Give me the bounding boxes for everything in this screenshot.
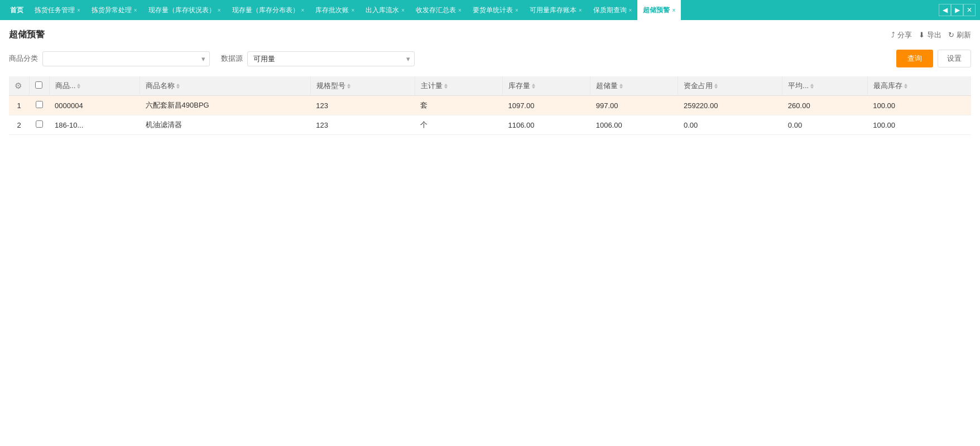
sort-product-name[interactable]: 商品名称 (146, 81, 180, 91)
col-checkbox (29, 76, 49, 96)
row-select-1[interactable] (36, 101, 43, 108)
sort-avg[interactable]: 平均... (788, 81, 814, 91)
sort-inventory[interactable]: 库存量 (508, 81, 535, 91)
nav-batch[interactable]: 库存批次账 × (310, 0, 360, 20)
row-product-name-1: 六配套新昌490BPG (140, 96, 311, 115)
sort-spec[interactable]: 规格型号 (316, 81, 350, 91)
row-avg-2: 0.00 (782, 115, 867, 135)
row-inventory-1: 1097.00 (502, 96, 590, 115)
col-spec[interactable]: 规格型号 (310, 76, 415, 96)
sort-capital[interactable]: 资金占用 (684, 81, 718, 91)
nav-order-stats[interactable]: 要货单统计表 × (467, 0, 524, 20)
sort-unit[interactable]: 主计量 (421, 81, 448, 91)
close-task-mgmt[interactable]: × (77, 7, 80, 13)
table-row: 1 0000004 六配套新昌490BPG 123 套 1097.00 997.… (9, 96, 971, 115)
header-row: ⚙ 商品... 商品名称 (9, 76, 971, 96)
row-checkbox-2 (29, 115, 49, 135)
query-button[interactable]: 查询 (896, 50, 933, 67)
col-capital[interactable]: 资金占用 (678, 76, 782, 96)
page-header: 超储预警 ⤴ 分享 ⬇ 导出 ↻ 刷新 (9, 29, 971, 41)
row-capital-2: 0.00 (678, 115, 782, 135)
category-filter: 商品分类 (9, 51, 210, 66)
export-icon: ⬇ (919, 31, 925, 39)
export-button[interactable]: ⬇ 导出 (919, 30, 941, 40)
nav-inout-flow[interactable]: 出入库流水 × (360, 0, 410, 20)
category-label: 商品分类 (9, 54, 38, 64)
nav-arrows: ◀ ▶ ✕ (939, 4, 976, 16)
header-actions: ⤴ 分享 ⬇ 导出 ↻ 刷新 (891, 30, 971, 40)
col-avg[interactable]: 平均... (782, 76, 867, 96)
refresh-button[interactable]: ↻ 刷新 (948, 30, 971, 40)
page-title: 超储预警 (9, 29, 45, 41)
nav-close-btn[interactable]: ✕ (963, 4, 976, 16)
close-inventory-status[interactable]: × (218, 7, 221, 13)
sort-icon-avg (810, 84, 814, 89)
select-all-checkbox[interactable] (35, 81, 42, 89)
sort-icon-spec (347, 84, 350, 89)
sort-icon-overstock (619, 84, 623, 89)
close-order-stats[interactable]: × (515, 7, 518, 13)
row-checkbox-1 (29, 96, 49, 115)
col-overstock[interactable]: 超储量 (590, 76, 678, 96)
share-button[interactable]: ⤴ 分享 (891, 30, 912, 40)
col-product-code[interactable]: 商品... (49, 76, 140, 96)
gear-icon[interactable]: ⚙ (15, 81, 22, 90)
nav-left-btn[interactable]: ◀ (939, 4, 951, 16)
datasource-select-wrap: 可用量 库存量 (247, 51, 415, 66)
row-inventory-2: 1106.00 (502, 115, 590, 135)
datasource-label: 数据源 (221, 54, 243, 64)
page-content: 超储预警 ⤴ 分享 ⬇ 导出 ↻ 刷新 商品分类 (0, 20, 980, 446)
refresh-icon: ↻ (948, 31, 954, 39)
row-overstock-1: 997.00 (590, 96, 678, 115)
nav-quality[interactable]: 保质期查询 × (588, 0, 638, 20)
settings-button[interactable]: 设置 (938, 50, 971, 67)
nav-exception[interactable]: 拣货异常处理 × (86, 0, 143, 20)
nav-available[interactable]: 可用量库存账本 × (524, 0, 588, 20)
row-num-2: 2 (9, 115, 29, 135)
nav-overstock[interactable]: 超储预警 × (637, 0, 681, 20)
share-icon: ⤴ (891, 31, 895, 39)
row-capital-1: 259220.00 (678, 96, 782, 115)
sort-icon-capital (714, 84, 718, 89)
category-select-wrap (42, 51, 210, 66)
close-batch[interactable]: × (351, 7, 354, 13)
col-unit[interactable]: 主计量 (415, 76, 502, 96)
row-num-1: 1 (9, 96, 29, 115)
col-product-name[interactable]: 商品名称 (140, 76, 311, 96)
close-inventory-dist[interactable]: × (301, 7, 305, 13)
nav-inventory-dist[interactable]: 现存量（库存分布表） × (227, 0, 310, 20)
col-inventory[interactable]: 库存量 (502, 76, 590, 96)
datasource-select[interactable]: 可用量 库存量 (247, 51, 415, 66)
row-product-code-2: 186-10... (49, 115, 140, 135)
sort-overstock[interactable]: 超储量 (596, 81, 623, 91)
row-unit-2: 个 (415, 115, 502, 135)
row-select-2[interactable] (36, 120, 43, 128)
table-header: ⚙ 商品... 商品名称 (9, 76, 971, 96)
close-overstock[interactable]: × (672, 7, 675, 13)
nav-home[interactable]: 首页 (4, 0, 29, 20)
sort-product-code[interactable]: 商品... (55, 81, 81, 91)
close-quality[interactable]: × (629, 7, 632, 13)
nav-inventory-status[interactable]: 现存量（库存状况表） × (143, 0, 227, 20)
filter-row: 商品分类 数据源 可用量 库存量 查询 设置 (9, 50, 971, 67)
close-inout-flow[interactable]: × (401, 7, 405, 13)
top-navigation: 首页 拣货任务管理 × 拣货异常处理 × 现存量（库存状况表） × 现存量（库存… (0, 0, 980, 20)
row-overstock-2: 1006.00 (590, 115, 678, 135)
category-select[interactable] (42, 51, 210, 66)
table-row: 2 186-10... 机油滤清器 123 个 1106.00 1006.00 … (9, 115, 971, 135)
data-table: ⚙ 商品... 商品名称 (9, 76, 971, 135)
close-exception[interactable]: × (134, 7, 137, 13)
close-collect[interactable]: × (458, 7, 462, 13)
row-avg-1: 260.00 (782, 96, 867, 115)
row-spec-2: 123 (310, 115, 415, 135)
col-max-stock[interactable]: 最高库存 (867, 76, 971, 96)
close-available[interactable]: × (579, 7, 582, 13)
filter-actions: 查询 设置 (896, 50, 971, 67)
row-product-code-1: 0000004 (49, 96, 140, 115)
nav-right-btn[interactable]: ▶ (951, 4, 963, 16)
row-product-name-2: 机油滤清器 (140, 115, 311, 135)
col-gear: ⚙ (9, 76, 29, 96)
nav-collect[interactable]: 收发存汇总表 × (410, 0, 467, 20)
sort-max-stock[interactable]: 最高库存 (873, 81, 907, 91)
nav-task-mgmt[interactable]: 拣货任务管理 × (29, 0, 86, 20)
